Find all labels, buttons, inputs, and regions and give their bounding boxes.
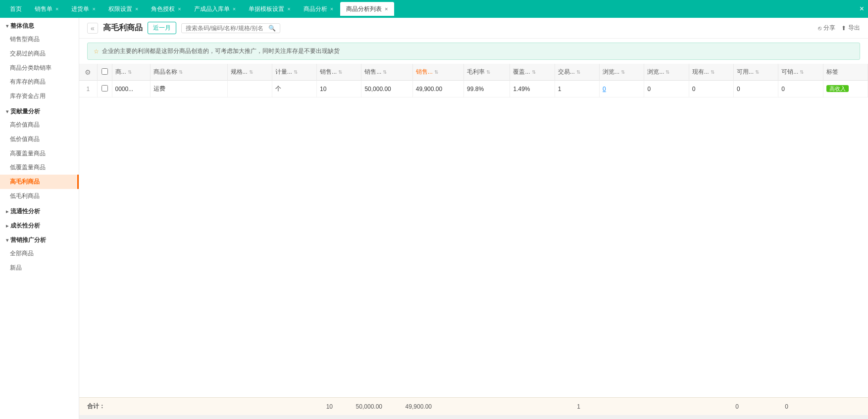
col-gross-rate: 毛利率⇅ <box>464 64 510 81</box>
footer-trade-count: 1 <box>541 403 580 410</box>
content-area: « 高毛利商品 近一月 🔍 ⎋ 分享 ⬆ 导出 ☆ 企业的主要的利润都是这部 <box>79 18 868 419</box>
sort-icon[interactable]: ⇅ <box>621 69 625 75</box>
chevron-down-icon: ▾ <box>6 23 8 29</box>
cell-sales-cost: 49,900.00 <box>412 81 463 97</box>
col-index: ⚙ <box>79 64 97 81</box>
sidebar-item-all-goods[interactable]: 全部商品 <box>0 246 79 261</box>
col-check <box>97 64 112 81</box>
close-all-button[interactable]: × <box>860 4 864 13</box>
sidebar-item-category-rate[interactable]: 商品分类助销率 <box>0 61 79 75</box>
sidebar-item-low-value[interactable]: 低价值商品 <box>0 132 79 146</box>
tag-badge: 高收入 <box>826 85 849 92</box>
sort-icon[interactable]: ⇅ <box>338 69 342 75</box>
col-sales-amount: 销售...⇅ <box>361 64 412 81</box>
sort-icon[interactable]: ⇅ <box>434 69 438 75</box>
top-nav: 首页 销售单 × 进货单 × 权限设置 × 角色授权 × 产成品入库单 × 单据… <box>0 0 868 18</box>
col-name: 商品名称⇅ <box>150 64 227 81</box>
page-title: 高毛利商品 <box>103 23 143 33</box>
cell-trade-count: 1 <box>555 81 599 97</box>
col-spec: 规格...⇅ <box>227 64 272 81</box>
close-icon[interactable]: × <box>178 6 181 12</box>
tab-product-analysis[interactable]: 商品分析 × <box>298 2 339 16</box>
sidebar-item-low-gross[interactable]: 低毛利商品 <box>0 189 79 203</box>
close-icon[interactable]: × <box>135 6 138 12</box>
sidebar-item-new-goods[interactable]: 新品 <box>0 261 79 275</box>
sidebar-item-high-gross[interactable]: 高毛利商品 <box>0 175 79 189</box>
sort-icon[interactable]: ⇅ <box>576 69 580 75</box>
footer-label: 合计： <box>87 402 105 411</box>
export-icon: ⬆ <box>841 25 846 32</box>
chevron-right-icon: ▸ <box>6 223 8 229</box>
sidebar-item-stock-fund[interactable]: 库存资金占用 <box>0 89 79 103</box>
close-icon[interactable]: × <box>92 6 95 12</box>
tab-sales[interactable]: 销售单 × <box>29 2 64 16</box>
sort-icon[interactable]: ⇅ <box>486 69 490 75</box>
cell-unit: 个 <box>272 81 316 97</box>
sidebar-item-sales-goods[interactable]: 销售型商品 <box>0 32 79 47</box>
sort-icon[interactable]: ⇅ <box>128 69 132 75</box>
cell-browse1[interactable]: 0 <box>600 81 644 97</box>
sidebar-section-marketing[interactable]: ▾ 营销推广分析 <box>0 232 79 246</box>
close-icon[interactable]: × <box>385 6 388 12</box>
close-icon[interactable]: × <box>287 6 290 12</box>
product-table: ⚙ 商...⇅ 商品名称⇅ 规格...⇅ <box>79 64 868 97</box>
tab-home[interactable]: 首页 <box>4 2 28 16</box>
search-input[interactable] <box>186 25 266 32</box>
sort-icon[interactable]: ⇅ <box>249 69 253 75</box>
col-code: 商...⇅ <box>112 64 150 81</box>
sort-icon[interactable]: ⇅ <box>800 69 804 75</box>
col-sales-qty: 销售...⇅ <box>317 64 361 81</box>
settings-icon[interactable]: ⚙ <box>85 68 91 76</box>
sidebar-section-overall[interactable]: ▾ 整体信息 <box>0 18 79 32</box>
header-actions: ⎋ 分享 ⬆ 导出 <box>818 24 860 32</box>
select-all-checkbox[interactable] <box>102 68 108 75</box>
sort-icon[interactable]: ⇅ <box>711 69 715 75</box>
tab-role[interactable]: 角色授权 × <box>145 2 187 16</box>
footer-sales-amount: 50,000.00 <box>343 403 382 410</box>
sidebar-item-low-coverage[interactable]: 低覆盖量商品 <box>0 160 79 175</box>
col-trade-count: 交易...⇅ <box>555 64 599 81</box>
sort-icon[interactable]: ⇅ <box>294 69 298 75</box>
tab-product-analysis-list[interactable]: 商品分析列表 × <box>340 2 394 16</box>
sidebar-item-high-value[interactable]: 高价值商品 <box>0 118 79 132</box>
date-filter-button[interactable]: 近一月 <box>148 22 176 34</box>
close-icon[interactable]: × <box>330 6 333 12</box>
cell-stock-available: 0 <box>733 81 778 97</box>
tab-purchase[interactable]: 进货单 × <box>65 2 101 16</box>
sort-icon[interactable]: ⇅ <box>179 69 183 75</box>
cell-tag: 高收入 <box>823 81 868 97</box>
cell-code: 0000... <box>112 81 150 97</box>
table-container[interactable]: ⚙ 商...⇅ 商品名称⇅ 规格...⇅ <box>79 64 868 397</box>
tab-template[interactable]: 单据模板设置 × <box>243 2 296 16</box>
search-box[interactable]: 🔍 <box>181 23 280 33</box>
cell-stock-current: 0 <box>689 81 733 97</box>
sidebar: ▾ 整体信息 销售型商品 交易过的商品 商品分类助销率 有库存的商品 库存资金占… <box>0 18 79 419</box>
tab-permission[interactable]: 权限设置 × <box>102 2 144 16</box>
cell-cover-rate: 1.49% <box>510 81 555 97</box>
chevron-down-icon: ▾ <box>6 109 8 114</box>
sidebar-item-traded-goods[interactable]: 交易过的商品 <box>0 47 79 61</box>
footer-stock-available: 0 <box>749 403 788 410</box>
search-icon[interactable]: 🔍 <box>268 25 276 32</box>
cell-index: 1 <box>79 81 97 97</box>
close-icon[interactable]: × <box>55 6 58 12</box>
share-button[interactable]: ⎋ 分享 <box>818 24 835 32</box>
main-layout: ▾ 整体信息 销售型商品 交易过的商品 商品分类助销率 有库存的商品 库存资金占… <box>0 18 868 419</box>
sidebar-item-high-coverage[interactable]: 高覆盖量商品 <box>0 146 79 161</box>
bottom-scrollbar[interactable] <box>79 415 868 419</box>
sidebar-section-growth[interactable]: ▸ 成长性分析 <box>0 218 79 232</box>
collapse-sidebar-button[interactable]: « <box>87 23 98 34</box>
sort-icon[interactable]: ⇅ <box>665 69 669 75</box>
sidebar-section-contribution[interactable]: ▾ 贡献量分析 <box>0 103 79 118</box>
footer-stock-current: 0 <box>699 403 739 410</box>
export-button[interactable]: ⬆ 导出 <box>841 24 860 32</box>
sort-icon[interactable]: ⇅ <box>532 69 536 75</box>
sidebar-section-liquidity[interactable]: ▸ 流通性分析 <box>0 203 79 218</box>
sort-icon[interactable]: ⇅ <box>383 69 387 75</box>
close-icon[interactable]: × <box>233 6 236 12</box>
sidebar-item-in-stock[interactable]: 有库存的商品 <box>0 75 79 89</box>
col-cover-rate: 覆盖...⇅ <box>510 64 555 81</box>
row-checkbox[interactable] <box>102 85 108 92</box>
sort-icon[interactable]: ⇅ <box>755 69 759 75</box>
tab-product-inbound[interactable]: 产成品入库单 × <box>188 2 242 16</box>
